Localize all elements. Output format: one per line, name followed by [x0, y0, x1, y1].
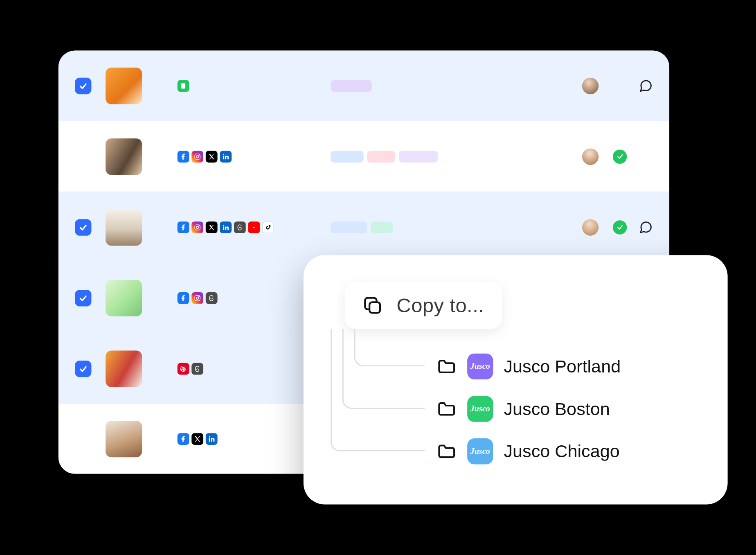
linkedin-icon — [206, 433, 218, 445]
approved-badge — [613, 149, 627, 164]
brand-badge: Jusco — [467, 438, 493, 464]
destination-name: Jusco Boston — [504, 399, 610, 419]
copy-destination[interactable]: JuscoJusco Boston — [436, 388, 697, 430]
post-row[interactable] — [59, 192, 669, 263]
copy-destination[interactable]: JuscoJusco Portland — [436, 345, 697, 388]
folder-icon — [436, 356, 457, 377]
row-checkbox[interactable] — [75, 290, 91, 306]
tag[interactable] — [367, 151, 395, 162]
instagram-icon — [191, 292, 203, 304]
row-checkbox[interactable] — [75, 431, 91, 447]
row-checkbox[interactable] — [75, 148, 91, 165]
folder-icon — [436, 399, 457, 419]
svg-point-14 — [199, 296, 199, 296]
post-thumbnail[interactable] — [106, 138, 142, 174]
svg-point-9 — [199, 225, 199, 226]
approved-badge — [613, 220, 627, 235]
post-thumbnail[interactable] — [106, 209, 142, 245]
linkedin-icon — [220, 221, 232, 233]
pinterest-icon — [178, 363, 189, 375]
x-twitter-icon — [191, 433, 203, 445]
social-icons — [178, 151, 331, 162]
tag[interactable] — [371, 221, 393, 233]
instagram-icon — [191, 221, 203, 233]
post-row[interactable] — [59, 51, 669, 122]
post-tags — [331, 221, 484, 233]
copy-to-label: Copy to... — [396, 294, 484, 317]
threads-icon — [234, 221, 246, 233]
copy-to-popover: Copy to... JuscoJusco PortlandJuscoJusco… — [304, 255, 728, 504]
linkedin-icon — [220, 151, 232, 162]
post-thumbnail[interactable] — [106, 280, 142, 316]
youtube-icon — [248, 221, 260, 233]
svg-point-13 — [196, 297, 199, 299]
tiktok-icon — [262, 221, 274, 233]
social-icons — [178, 80, 331, 92]
post-thumbnail[interactable] — [106, 68, 142, 104]
comment-icon[interactable] — [639, 220, 653, 235]
social-icons — [178, 221, 331, 233]
svg-point-3 — [196, 155, 199, 158]
facebook-icon — [178, 292, 189, 304]
svg-rect-15 — [209, 438, 210, 442]
svg-rect-5 — [223, 156, 224, 159]
tag[interactable] — [331, 151, 364, 162]
row-checkbox[interactable] — [75, 360, 91, 377]
row-checkbox[interactable] — [75, 219, 91, 235]
post-row[interactable] — [59, 121, 669, 192]
brand-badge: Jusco — [467, 354, 493, 379]
threads-icon — [206, 292, 218, 304]
svg-point-6 — [223, 154, 224, 155]
svg-rect-10 — [223, 226, 224, 230]
row-checkbox[interactable] — [75, 77, 91, 94]
x-twitter-icon — [206, 221, 218, 233]
post-tags — [331, 80, 484, 92]
svg-rect-17 — [369, 302, 380, 313]
assignee-avatar[interactable] — [582, 219, 598, 235]
brand-badge: Jusco — [467, 396, 493, 422]
instagram-icon — [191, 151, 203, 162]
post-thumbnail[interactable] — [106, 350, 142, 387]
tag[interactable] — [399, 151, 438, 162]
assignee-avatar[interactable] — [582, 77, 598, 94]
copy-icon — [362, 295, 384, 316]
assignee-avatar[interactable] — [582, 148, 598, 165]
facebook-icon — [178, 433, 189, 445]
copy-to-header[interactable]: Copy to... — [345, 282, 502, 329]
facebook-icon — [178, 221, 189, 233]
destination-name: Jusco Chicago — [504, 441, 619, 461]
post-tags — [331, 151, 484, 162]
facebook-icon — [178, 151, 189, 162]
svg-point-8 — [196, 226, 199, 228]
tag[interactable] — [331, 221, 367, 233]
library-icon — [178, 80, 189, 92]
copy-destination[interactable]: JuscoJusco Chicago — [436, 430, 697, 473]
destination-name: Jusco Portland — [504, 356, 621, 377]
svg-rect-1 — [181, 87, 185, 88]
svg-point-4 — [199, 154, 199, 155]
post-thumbnail[interactable] — [106, 421, 142, 457]
x-twitter-icon — [206, 151, 218, 162]
tag[interactable] — [331, 80, 372, 92]
threads-icon — [191, 363, 203, 375]
svg-point-16 — [209, 436, 210, 438]
folder-icon — [436, 441, 457, 461]
comment-icon[interactable] — [639, 79, 653, 93]
svg-point-11 — [223, 224, 224, 226]
